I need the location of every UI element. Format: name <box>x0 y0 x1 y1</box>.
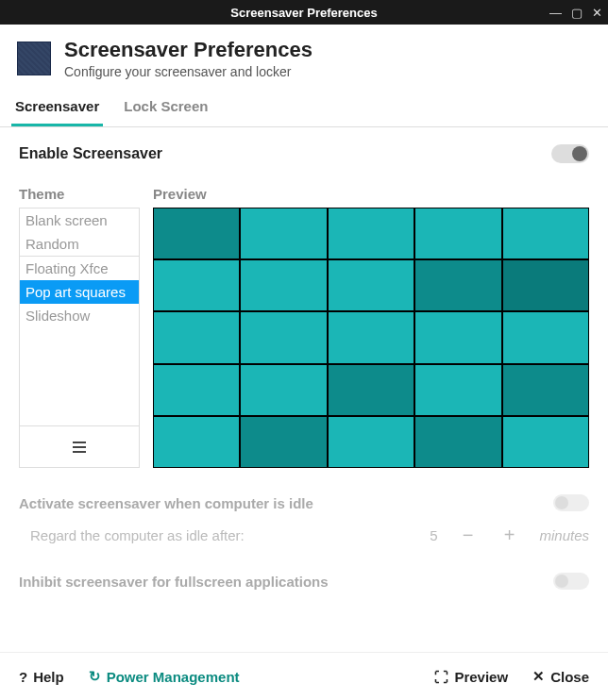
inhibit-fullscreen-label: Inhibit screensaver for fullscreen appli… <box>19 574 329 590</box>
hamburger-icon <box>73 442 86 453</box>
inhibit-fullscreen-toggle[interactable] <box>553 573 589 590</box>
refresh-icon: ↻ <box>89 668 101 685</box>
theme-list[interactable]: Blank screen Random Floating Xfce Pop ar… <box>19 208 140 426</box>
screensaver-preferences-window: { "titlebar": { "title": "Screensaver Pr… <box>0 0 608 700</box>
preview-header: Preview <box>153 186 589 202</box>
window-maximize-button[interactable]: ▢ <box>571 7 583 19</box>
tab-content: Enable Screensaver Theme Blank screen Ra… <box>0 127 608 652</box>
tab-screensaver[interactable]: Screensaver <box>11 89 103 126</box>
header-subtitle: Configure your screensaver and locker <box>64 64 312 79</box>
window-close-button[interactable]: ✕ <box>592 7 602 19</box>
theme-item-pop-art[interactable]: Pop art squares <box>20 280 139 304</box>
activate-idle-toggle[interactable] <box>553 494 589 511</box>
footer: ? Help ↻ Power Management ⛶ Preview ✕ Cl… <box>0 652 608 700</box>
idle-after-unit: minutes <box>539 527 589 543</box>
idle-after-row: Regard the computer as idle after: 5 − +… <box>19 525 589 546</box>
power-management-button[interactable]: ↻ Power Management <box>89 668 240 685</box>
screensaver-preview <box>153 208 589 468</box>
tab-lock-screen[interactable]: Lock Screen <box>120 89 211 126</box>
idle-after-minus[interactable]: − <box>456 525 479 546</box>
help-button[interactable]: ? Help <box>19 669 64 685</box>
inhibit-fullscreen-row: Inhibit screensaver for fullscreen appli… <box>19 573 589 590</box>
enable-screensaver-label: Enable Screensaver <box>19 145 162 162</box>
theme-configure-button[interactable] <box>19 426 140 468</box>
theme-item-blank[interactable]: Blank screen <box>20 208 139 232</box>
idle-after-label: Regard the computer as idle after: <box>30 527 245 543</box>
theme-header: Theme <box>19 186 140 202</box>
tab-bar: Screensaver Lock Screen <box>0 89 608 127</box>
close-icon: ✕ <box>532 668 545 685</box>
fullscreen-icon: ⛶ <box>434 669 448 685</box>
app-icon <box>17 42 51 75</box>
window-minimize-button[interactable]: — <box>549 7 562 19</box>
preview-label: Preview <box>454 669 508 685</box>
theme-item-slideshow[interactable]: Slideshow <box>20 304 139 327</box>
idle-after-plus[interactable]: + <box>498 525 520 546</box>
preview-button[interactable]: ⛶ Preview <box>434 669 508 685</box>
close-button[interactable]: ✕ Close <box>532 668 589 685</box>
window-titlebar: Screensaver Preferences — ▢ ✕ <box>0 0 608 25</box>
idle-after-value: 5 <box>409 527 437 543</box>
theme-item-random[interactable]: Random <box>20 232 139 256</box>
power-management-label: Power Management <box>107 669 240 685</box>
close-label: Close <box>550 669 589 685</box>
activate-idle-label: Activate screensaver when computer is id… <box>19 495 313 511</box>
header-title: Screensaver Preferences <box>64 38 312 62</box>
activate-idle-row: Activate screensaver when computer is id… <box>19 494 589 511</box>
help-label: Help <box>33 669 64 685</box>
enable-screensaver-toggle[interactable] <box>551 144 589 163</box>
theme-item-floating-xfce[interactable]: Floating Xfce <box>20 257 139 280</box>
window-title: Screensaver Preferences <box>230 6 377 20</box>
header: Screensaver Preferences Configure your s… <box>0 25 608 89</box>
help-icon: ? <box>19 669 27 685</box>
